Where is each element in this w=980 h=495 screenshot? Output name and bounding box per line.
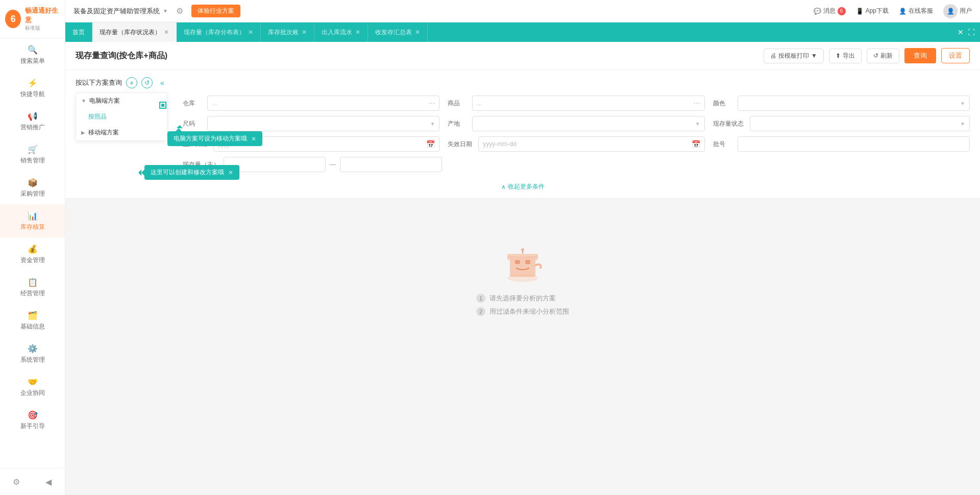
sidebar-item-enterprise[interactable]: 🤝 企业协同 bbox=[0, 370, 65, 404]
stock-qty-max-wrap[interactable] bbox=[340, 157, 442, 172]
origin-select[interactable]: ▼ bbox=[472, 116, 704, 131]
tab-close-all-icon[interactable]: ✕ bbox=[958, 28, 964, 36]
warehouse-input[interactable] bbox=[212, 100, 425, 107]
marketing-icon: 📢 bbox=[28, 111, 38, 121]
collapse-sidebar-btn[interactable]: ◀ bbox=[41, 475, 56, 489]
expire-date-wrap[interactable]: 📅 bbox=[478, 136, 704, 152]
settings-bottom-btn[interactable]: ⚙ bbox=[9, 475, 23, 489]
logo-text: 畅通通好生意 标准版 bbox=[25, 6, 60, 32]
sidebar-item-marketing[interactable]: 📢 营销推广 bbox=[0, 105, 65, 138]
create-tooltip-close[interactable]: ✕ bbox=[228, 169, 233, 176]
color-select[interactable]: ▼ bbox=[738, 96, 970, 111]
sidebar-item-system[interactable]: ⚙️ 系统管理 bbox=[0, 337, 65, 370]
notification-btn[interactable]: 💬 消息 6 bbox=[814, 7, 846, 15]
svg-rect-3 bbox=[515, 260, 520, 264]
goods-label: 商品 bbox=[448, 99, 468, 108]
sidebar-item-search[interactable]: 🔍 搜索菜单 bbox=[0, 38, 65, 72]
sidebar-item-sales[interactable]: 🛒 销售管理 bbox=[0, 138, 65, 171]
tab-in-out-flow[interactable]: 出入库流水 ✕ bbox=[314, 22, 368, 42]
filter-refresh-btn[interactable]: ↺ bbox=[141, 77, 153, 88]
stock-qty-min-input[interactable] bbox=[228, 161, 321, 168]
sidebar-item-guide[interactable]: 🎯 新手引导 bbox=[0, 404, 65, 437]
tab-inventory-status[interactable]: 现存量（库存状况表） ✕ bbox=[92, 22, 177, 42]
filter-field-color: 颜色 ▼ bbox=[713, 96, 970, 111]
empty-icon bbox=[497, 240, 548, 286]
tree-collapse-icon: ▶ bbox=[81, 130, 85, 135]
filter-label: 按以下方案查询 bbox=[76, 78, 122, 87]
online-service-btn[interactable]: 👤 在线客服 bbox=[899, 7, 933, 15]
sidebar-item-management[interactable]: 📋 经营管理 bbox=[0, 271, 65, 304]
tab-close-btn[interactable]: ✕ bbox=[415, 29, 420, 36]
filter-row-2: 尺码 ▼ 产地 ▼ bbox=[183, 116, 970, 131]
tab-close-btn[interactable]: ✕ bbox=[248, 29, 253, 36]
sidebar-item-purchase[interactable]: 📦 采购管理 bbox=[0, 171, 65, 204]
size-select[interactable]: ▼ bbox=[207, 116, 439, 131]
top-header: 装备及固定资产辅助管理系统 ▼ ⚙ 体验行业方案 💬 消息 6 📱 App下载 … bbox=[65, 0, 980, 22]
sidebar-item-quick-nav[interactable]: ⚡ 快捷导航 bbox=[0, 72, 65, 105]
print-btn[interactable]: 🖨 按模板打印 ▼ bbox=[764, 49, 824, 63]
tab-label: 首页 bbox=[72, 28, 85, 37]
mobile-icon: 📱 bbox=[856, 8, 864, 15]
collapse-btn[interactable]: ∧ 收起更多条件 bbox=[76, 178, 970, 193]
refresh-btn[interactable]: ↺ 刷新 bbox=[867, 49, 899, 63]
tab-bar-right: ✕ ⛶ bbox=[952, 22, 980, 42]
sales-icon: 🛒 bbox=[28, 144, 38, 154]
header-settings-btn[interactable]: ⚙ bbox=[176, 6, 183, 16]
notification-badge: 6 bbox=[838, 7, 846, 15]
sidebar-item-basic[interactable]: 🗂️ 基础信息 bbox=[0, 304, 65, 337]
sidebar: 6 畅通通好生意 标准版 🔍 搜索菜单 ⚡ 快捷导航 📢 营销推广 🛒 销售管理… bbox=[0, 0, 65, 495]
origin-label: 产地 bbox=[448, 120, 468, 128]
sidebar-item-finance[interactable]: 💰 资金管理 bbox=[0, 238, 65, 271]
management-icon: 📋 bbox=[28, 277, 38, 287]
export-btn[interactable]: ⬆ 导出 bbox=[829, 49, 862, 63]
scheme-tree-item-pc[interactable]: ▼ 电脑端方案 bbox=[76, 93, 167, 109]
sidebar-item-inventory[interactable]: 📊 库存核算 bbox=[0, 204, 65, 238]
query-btn[interactable]: 查询 bbox=[904, 48, 936, 63]
warehouse-more-icon[interactable]: ··· bbox=[428, 99, 435, 108]
refresh-icon: ↺ bbox=[873, 52, 878, 59]
basic-icon: 🗂️ bbox=[28, 310, 38, 320]
trial-btn[interactable]: 体验行业方案 bbox=[191, 5, 240, 17]
user-btn[interactable]: 👤 用户 bbox=[943, 4, 972, 18]
tab-close-btn[interactable]: ✕ bbox=[302, 29, 307, 36]
search-icon: 🔍 bbox=[28, 44, 38, 55]
scheme-tree-item-mobile[interactable]: ▶ 移动端方案 bbox=[76, 125, 167, 140]
tab-label: 库存批次账 bbox=[268, 28, 299, 37]
tab-close-btn[interactable]: ✕ bbox=[164, 29, 169, 36]
scheme-tooltip-bubble: 电脑方案可设为移动方案哦 ✕ bbox=[167, 131, 262, 146]
sidebar-item-label: 资金管理 bbox=[20, 256, 45, 265]
batch-input[interactable] bbox=[742, 140, 965, 148]
tab-home[interactable]: 首页 bbox=[65, 22, 92, 42]
expire-date-input[interactable] bbox=[483, 140, 688, 148]
goods-input[interactable] bbox=[477, 100, 690, 107]
filter-back-btn[interactable]: « bbox=[157, 77, 168, 88]
notification-icon: 💬 bbox=[814, 8, 821, 15]
goods-input-wrap[interactable]: ··· bbox=[472, 96, 704, 111]
purchase-icon: 📦 bbox=[28, 177, 38, 187]
tab-stock-summary[interactable]: 收发存汇总表 ✕ bbox=[368, 22, 428, 42]
stock-qty-max-input[interactable] bbox=[345, 161, 437, 168]
step-2-text: 用过滤条件来缩小分析范围 bbox=[489, 307, 569, 316]
scheme-tree-item-default[interactable]: 按照品 bbox=[76, 109, 167, 125]
prod-date-calendar-icon[interactable]: 📅 bbox=[426, 140, 435, 148]
expire-date-calendar-icon[interactable]: 📅 bbox=[692, 140, 700, 148]
filter-add-btn[interactable]: + bbox=[126, 77, 137, 88]
tab-close-btn[interactable]: ✕ bbox=[355, 29, 360, 36]
scheme-tooltip-close[interactable]: ✕ bbox=[251, 135, 256, 143]
goods-more-icon[interactable]: ··· bbox=[693, 99, 700, 108]
warehouse-input-wrap[interactable]: ··· bbox=[207, 96, 439, 111]
batch-wrap[interactable] bbox=[738, 136, 970, 152]
tab-expand-icon[interactable]: ⛶ bbox=[968, 28, 975, 36]
empty-steps: 1 请先选择要分析的方案 2 用过滤条件来缩小分析范围 bbox=[476, 294, 569, 316]
quicknav-icon: ⚡ bbox=[28, 78, 38, 88]
stock-status-select[interactable]: ▼ bbox=[750, 116, 970, 131]
stock-status-label: 现存量状态 bbox=[713, 120, 746, 128]
sidebar-item-label: 新手引导 bbox=[20, 422, 45, 431]
setting-btn[interactable]: 设置 bbox=[941, 48, 970, 63]
size-chevron-icon: ▼ bbox=[430, 121, 435, 127]
tab-inventory-dist[interactable]: 现存量（库存分布表） ✕ bbox=[177, 22, 261, 42]
app-download-btn[interactable]: 📱 App下载 bbox=[856, 7, 889, 15]
warehouse-label: 仓库 bbox=[183, 99, 203, 108]
tab-batch-accounts[interactable]: 库存批次账 ✕ bbox=[261, 22, 314, 42]
sidebar-item-label: 采购管理 bbox=[20, 190, 45, 198]
